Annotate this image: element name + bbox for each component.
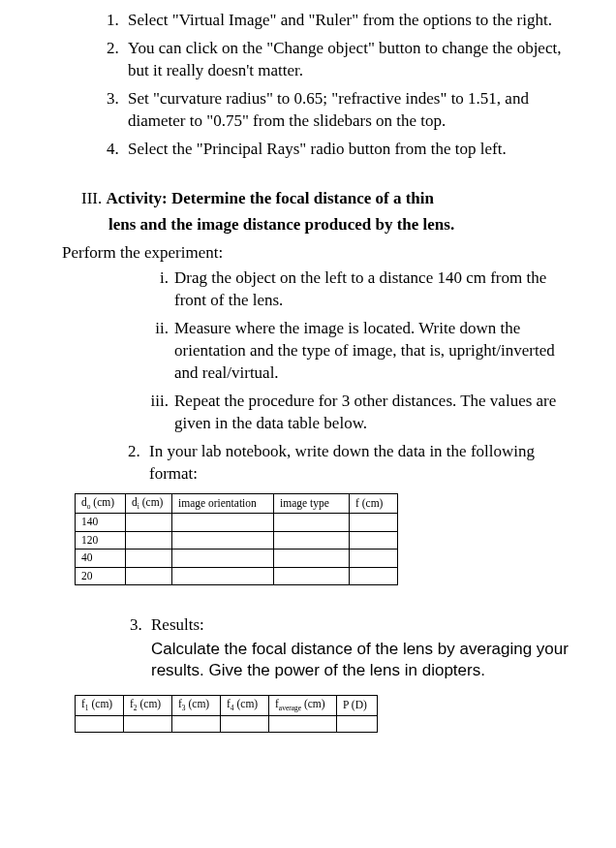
col-f2: f2 (cm) bbox=[124, 696, 172, 715]
cell bbox=[350, 514, 398, 532]
section-title-line2: lens and the image distance produced by … bbox=[108, 214, 575, 236]
setup-instructions: 1. Select "Virtual Image" and "Ruler" fr… bbox=[107, 10, 575, 161]
step-number: 2. bbox=[128, 441, 149, 486]
step-number: i. bbox=[147, 267, 174, 312]
col-f1: f1 (cm) bbox=[76, 696, 124, 715]
item-number: 1. bbox=[107, 10, 128, 32]
cell bbox=[350, 531, 398, 550]
step-3: 3. Results: bbox=[130, 614, 575, 637]
instruction-item: 4. Select the "Principal Rays" radio but… bbox=[107, 139, 575, 161]
experiment-steps: i. Drag the object on the left to a dist… bbox=[147, 267, 575, 435]
step-item: i. Drag the object on the left to a dist… bbox=[147, 267, 575, 312]
item-number: 4. bbox=[107, 139, 128, 161]
table-row: 20 bbox=[76, 567, 398, 585]
table-row: 140 bbox=[76, 514, 398, 532]
instruction-item: 3. Set "curvature radius" to 0.65; "refr… bbox=[107, 88, 575, 133]
item-number: 2. bbox=[107, 38, 128, 82]
cell: 120 bbox=[76, 531, 126, 550]
section-heading: III. Activity: Determine the focal dista… bbox=[81, 188, 575, 210]
cell bbox=[221, 715, 269, 732]
col-power: P (D) bbox=[337, 696, 378, 715]
instruction-item: 2. You can click on the "Change object" … bbox=[107, 38, 575, 82]
item-text: Select "Virtual Image" and "Ruler" from … bbox=[128, 10, 552, 32]
cell bbox=[126, 531, 172, 550]
item-number: 3. bbox=[107, 88, 128, 133]
cell bbox=[124, 715, 172, 732]
cell bbox=[172, 550, 274, 568]
cell bbox=[172, 715, 221, 732]
data-table: do (cm) di (cm) image orientation image … bbox=[75, 493, 398, 585]
table-header-row: do (cm) di (cm) image orientation image … bbox=[76, 493, 398, 513]
step-number: iii. bbox=[147, 391, 174, 435]
cell bbox=[274, 531, 350, 550]
cell bbox=[126, 567, 172, 585]
step-text: Repeat the procedure for 3 other distanc… bbox=[174, 391, 575, 435]
step-text: In your lab notebook, write down the dat… bbox=[149, 441, 575, 486]
perform-label: Perform the experiment: bbox=[62, 242, 575, 265]
cell: 140 bbox=[76, 514, 126, 532]
col-do: do (cm) bbox=[76, 493, 126, 513]
col-f: f (cm) bbox=[350, 493, 398, 513]
step-number: 3. bbox=[130, 614, 151, 637]
cell bbox=[337, 715, 378, 732]
table-row bbox=[76, 715, 378, 732]
cell bbox=[126, 514, 172, 532]
col-type: image type bbox=[274, 493, 350, 513]
cell bbox=[76, 715, 124, 732]
table-header-row: f1 (cm) f2 (cm) f3 (cm) f4 (cm) faverage… bbox=[76, 696, 378, 715]
table-row: 40 bbox=[76, 550, 398, 568]
step-item: ii. Measure where the image is located. … bbox=[147, 318, 575, 385]
cell bbox=[350, 550, 398, 568]
col-favg: faverage (cm) bbox=[269, 696, 337, 715]
col-di: di (cm) bbox=[126, 493, 172, 513]
item-text: Set "curvature radius" to 0.65; "refract… bbox=[128, 88, 575, 133]
cell bbox=[274, 514, 350, 532]
instruction-item: 1. Select "Virtual Image" and "Ruler" fr… bbox=[107, 10, 575, 32]
cell bbox=[172, 567, 274, 585]
cell bbox=[172, 514, 274, 532]
section-label: III. bbox=[81, 189, 106, 207]
cell: 20 bbox=[76, 567, 126, 585]
item-text: You can click on the "Change object" but… bbox=[128, 38, 575, 82]
cell bbox=[126, 550, 172, 568]
cell bbox=[274, 567, 350, 585]
step-text: Results: bbox=[151, 614, 204, 637]
results-table: f1 (cm) f2 (cm) f3 (cm) f4 (cm) faverage… bbox=[75, 695, 378, 732]
cell bbox=[274, 550, 350, 568]
cell bbox=[269, 715, 337, 732]
step-2: 2. In your lab notebook, write down the … bbox=[128, 441, 575, 486]
col-orientation: image orientation bbox=[172, 493, 274, 513]
cell: 40 bbox=[76, 550, 126, 568]
item-text: Select the "Principal Rays" radio button… bbox=[128, 139, 507, 161]
col-f3: f3 (cm) bbox=[172, 696, 221, 715]
cell bbox=[350, 567, 398, 585]
section-title: Activity: Determine the focal distance o… bbox=[106, 189, 434, 207]
step-item: iii. Repeat the procedure for 3 other di… bbox=[147, 391, 575, 435]
cell bbox=[172, 531, 274, 550]
table-row: 120 bbox=[76, 531, 398, 550]
step-text: Drag the object on the left to a distanc… bbox=[174, 267, 575, 312]
step-text: Measure where the image is located. Writ… bbox=[174, 318, 575, 385]
results-description: Calculate the focal distance of the lens… bbox=[151, 639, 575, 681]
col-f4: f4 (cm) bbox=[221, 696, 269, 715]
step-number: ii. bbox=[147, 318, 174, 385]
